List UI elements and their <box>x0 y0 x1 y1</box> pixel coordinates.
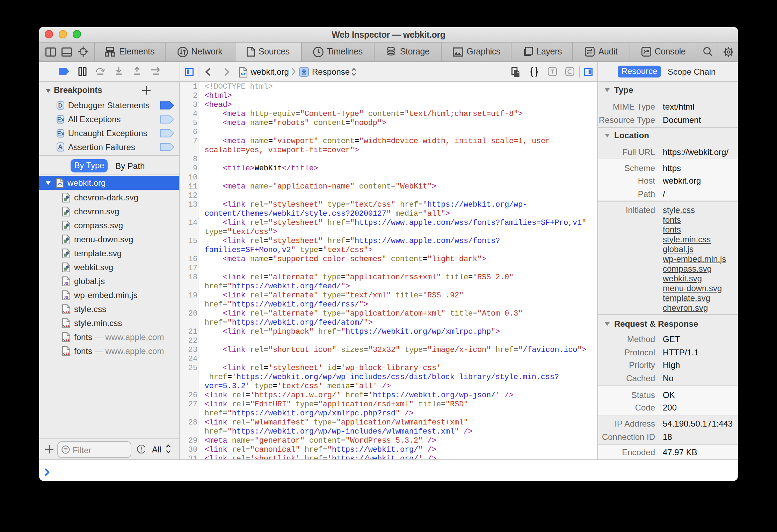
svg-text:<>: <> <box>57 182 62 186</box>
svg-text:<>: <> <box>240 71 246 76</box>
